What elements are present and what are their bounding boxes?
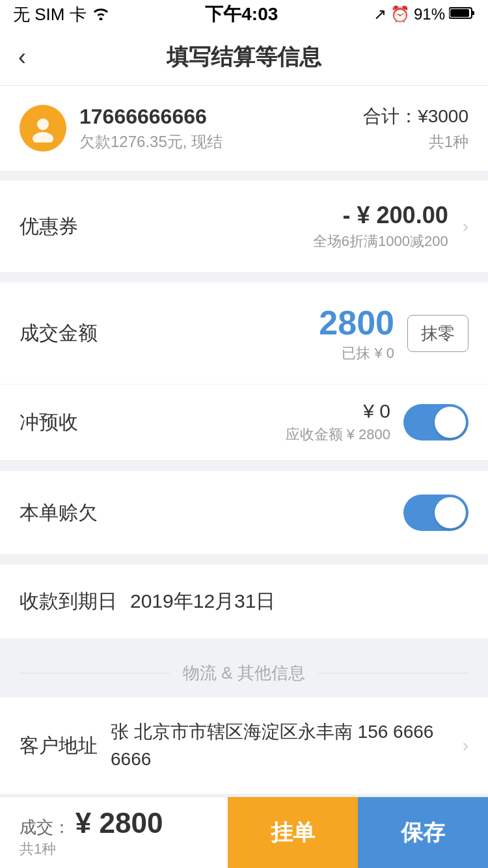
back-button[interactable]: ‹	[18, 44, 26, 71]
address-section: 客户地址 张 北京市市辖区海淀区永丰南 156 6666 6666 ›	[0, 698, 488, 794]
coupon-row[interactable]: 优惠券 - ¥ 200.00 全场6折满1000减200 ›	[0, 181, 488, 272]
alarm-icon: ⏰	[390, 5, 410, 23]
logistics-label: 物流 & 其他信息	[183, 662, 305, 685]
prepayment-row: 冲预收 ¥ 0 应收金额 ¥ 2800	[0, 385, 488, 461]
bottom-prefix: 成交：	[20, 817, 70, 837]
address-value: 张 北京市市辖区海淀区永丰南 156 6666 6666	[111, 718, 456, 773]
prepayment-top: 冲预收 ¥ 0 应收金额 ¥ 2800	[20, 400, 468, 444]
transaction-amount: 2800	[319, 303, 394, 342]
customer-info: 17666666666 欠款1276.35元, 现结	[79, 105, 223, 152]
nav-bar: ‹ 填写结算等信息	[0, 29, 488, 86]
bottom-bar: 成交： ¥ 2800 共1种 挂单 保存	[0, 796, 488, 868]
divider-line-right	[318, 673, 468, 673]
content: 17666666666 欠款1276.35元, 现结 合计：¥3000 共1种 …	[0, 86, 488, 868]
customer-count: 共1种	[363, 131, 468, 152]
battery-percent: 91%	[414, 5, 445, 23]
prepayment-sub: 应收金额 ¥ 2800	[286, 425, 390, 444]
transaction-section: 成交金额 2800 已抹 ¥ 0 抹零 冲预收 ¥ 0 应收金额 ¥ 2800	[0, 282, 488, 461]
debt-toggle-knob	[435, 497, 466, 528]
debt-section: 本单赊欠	[0, 471, 488, 554]
customer-card: 17666666666 欠款1276.35元, 现结 合计：¥3000 共1种	[0, 86, 488, 170]
debt-label: 本单赊欠	[20, 500, 98, 526]
status-right: ↗ ⏰ 91%	[373, 5, 475, 23]
avatar	[20, 105, 66, 152]
coupon-label: 优惠券	[20, 213, 78, 240]
bottom-amount: ¥ 2800	[75, 807, 163, 839]
duedate-value: 2019年12月31日	[130, 588, 275, 615]
location-icon: ↗	[373, 5, 386, 23]
chevron-right-icon: ›	[463, 216, 468, 237]
coupon-value-wrap: - ¥ 200.00 全场6折满1000减200	[313, 202, 448, 251]
coupon-desc: 全场6折满1000减200	[313, 232, 448, 251]
address-chevron-icon: ›	[463, 735, 468, 756]
svg-rect-1	[472, 11, 474, 15]
transaction-sub: 已抹 ¥ 0	[319, 344, 394, 363]
status-time: 下午4:03	[205, 2, 278, 27]
save-button[interactable]: 保存	[358, 797, 488, 869]
prepayment-amount: ¥ 0	[286, 400, 390, 422]
amount-label: 成交金额	[20, 320, 98, 347]
sim-status: 无 SIM 卡	[13, 3, 87, 26]
svg-point-4	[33, 132, 53, 142]
prepayment-right: ¥ 0 应收金额 ¥ 2800	[286, 400, 390, 444]
duedate-section: 收款到期日 2019年12月31日	[0, 565, 488, 638]
bottom-label-wrap: 成交： ¥ 2800	[20, 807, 208, 839]
coupon-section: 优惠券 - ¥ 200.00 全场6折满1000减200 ›	[0, 181, 488, 272]
duedate-label: 收款到期日	[20, 588, 117, 615]
customer-total: 合计：¥3000	[363, 104, 468, 129]
debt-toggle[interactable]	[403, 495, 468, 531]
customer-phone: 17666666666	[79, 105, 223, 129]
coupon-amount: - ¥ 200.00	[343, 202, 448, 229]
toggle-knob	[435, 407, 466, 438]
coupon-right: - ¥ 200.00 全场6折满1000减200 ›	[313, 202, 468, 251]
prepayment-label: 冲预收	[20, 409, 78, 436]
address-row[interactable]: 客户地址 张 北京市市辖区海淀区永丰南 156 6666 6666 ›	[0, 698, 488, 794]
bottom-summary: 成交： ¥ 2800 共1种	[0, 807, 228, 859]
amount-value-wrap: 2800 已抹 ¥ 0	[319, 303, 394, 363]
page-title: 填写结算等信息	[167, 42, 321, 72]
customer-right: 合计：¥3000 共1种	[363, 104, 468, 152]
address-label: 客户地址	[20, 733, 98, 759]
svg-rect-2	[450, 9, 469, 17]
customer-debt: 欠款1276.35元, 现结	[79, 131, 223, 152]
debt-row: 本单赊欠	[0, 471, 488, 554]
wifi-icon	[92, 5, 110, 25]
customer-left: 17666666666 欠款1276.35元, 现结	[20, 105, 223, 152]
round-button[interactable]: 抹零	[407, 315, 468, 352]
duedate-row: 收款到期日 2019年12月31日	[0, 565, 488, 638]
status-bar: 无 SIM 卡 下午4:03 ↗ ⏰ 91%	[0, 0, 488, 29]
amount-right: 2800 已抹 ¥ 0 抹零	[319, 303, 468, 363]
bottom-count: 共1种	[20, 839, 208, 859]
battery-icon	[449, 5, 475, 23]
svg-point-3	[37, 118, 49, 130]
logistics-divider: 物流 & 其他信息	[0, 649, 488, 698]
status-left: 无 SIM 卡	[13, 3, 110, 26]
divider-line-left	[20, 673, 170, 673]
prepayment-toggle[interactable]	[403, 404, 468, 441]
hang-button[interactable]: 挂单	[228, 797, 358, 869]
amount-row: 成交金额 2800 已抹 ¥ 0 抹零	[0, 282, 488, 385]
